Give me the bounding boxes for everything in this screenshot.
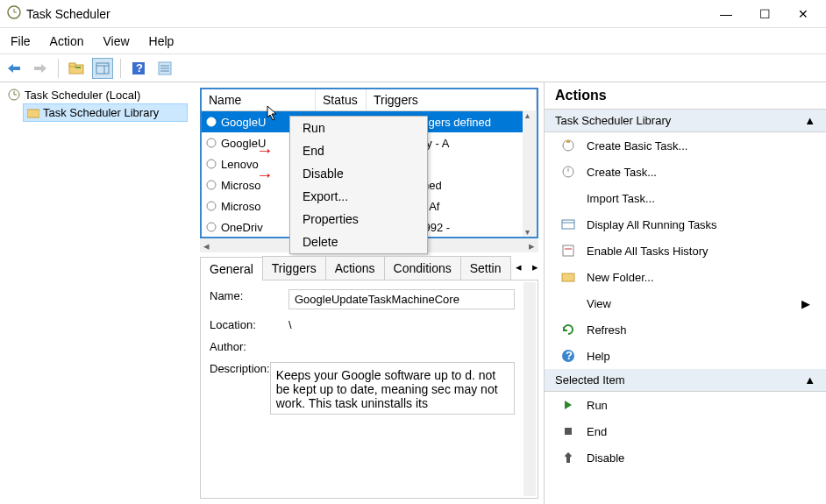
- svg-rect-19: [27, 110, 39, 117]
- svg-rect-7: [96, 63, 109, 74]
- label-location: Location:: [210, 318, 288, 331]
- actions-header: Actions: [545, 82, 826, 110]
- actions-section-library[interactable]: Task Scheduler Library▲: [545, 110, 826, 132]
- submenu-arrow-icon: ▶: [801, 297, 810, 310]
- toolbar-help-icon[interactable]: ?: [128, 58, 149, 79]
- stop-icon: [560, 423, 576, 439]
- tab-scroll-left[interactable]: ◂: [510, 256, 527, 280]
- svg-rect-30: [562, 220, 574, 229]
- context-menu: Run End Disable Export... Properties Del…: [289, 116, 428, 254]
- menu-file[interactable]: File: [11, 34, 31, 48]
- tab-conditions[interactable]: Conditions: [384, 256, 461, 280]
- svg-rect-37: [565, 428, 572, 435]
- tree-pane: Task Scheduler (Local) Task Scheduler Li…: [0, 82, 195, 504]
- tab-actions[interactable]: Actions: [325, 256, 385, 280]
- running-icon: [560, 217, 576, 232]
- tab-general[interactable]: General: [200, 257, 263, 280]
- tree-library[interactable]: Task Scheduler Library: [23, 103, 188, 122]
- collapse-icon: ▲: [804, 114, 815, 127]
- action-import-task[interactable]: Import Task...: [545, 185, 826, 211]
- ctx-delete[interactable]: Delete: [290, 231, 427, 253]
- action-create-basic-task[interactable]: Create Basic Task...: [545, 132, 826, 159]
- app-clock-icon: [7, 5, 21, 22]
- menu-help[interactable]: Help: [149, 34, 174, 48]
- tab-scroll-right[interactable]: ▸: [527, 256, 544, 280]
- ctx-run[interactable]: Run: [290, 117, 427, 139]
- svg-rect-32: [563, 245, 573, 256]
- label-name: Name:: [210, 289, 288, 309]
- toolbar-list-icon[interactable]: [154, 58, 175, 79]
- disable-icon: [560, 450, 576, 465]
- ctx-export[interactable]: Export...: [290, 185, 427, 208]
- col-triggers[interactable]: Triggers: [367, 89, 537, 110]
- forward-button[interactable]: [30, 58, 51, 79]
- toolbar-folder-icon[interactable]: [66, 58, 87, 79]
- list-vscroll[interactable]: [523, 110, 537, 237]
- value-location: \: [288, 318, 292, 331]
- action-enable-history[interactable]: Enable All Tasks History: [545, 238, 826, 264]
- toolbar-pane-icon[interactable]: [92, 58, 113, 79]
- import-icon: [560, 190, 576, 206]
- svg-rect-34: [562, 273, 574, 281]
- action-display-running[interactable]: Display All Running Tasks: [545, 211, 826, 238]
- play-icon: [560, 397, 576, 413]
- details-vscroll[interactable]: [523, 282, 536, 496]
- col-status[interactable]: Status: [316, 89, 367, 110]
- menu-action[interactable]: Action: [50, 34, 84, 48]
- label-author: Author:: [210, 340, 288, 353]
- task-icon: [560, 164, 576, 180]
- refresh-icon: [560, 322, 576, 337]
- action-view[interactable]: View▶: [545, 290, 826, 316]
- ctx-end[interactable]: End: [290, 139, 427, 162]
- close-button[interactable]: ✕: [794, 5, 812, 23]
- wizard-icon: [560, 138, 576, 153]
- back-button[interactable]: [4, 58, 25, 79]
- label-description: Description:: [210, 362, 270, 375]
- svg-rect-6: [69, 63, 75, 67]
- tab-triggers[interactable]: Triggers: [262, 256, 326, 280]
- help-icon: ?: [560, 348, 576, 364]
- svg-text:?: ?: [566, 349, 573, 362]
- svg-point-22: [207, 160, 216, 168]
- col-name[interactable]: Name: [202, 89, 316, 110]
- field-description[interactable]: Keeps your Google software up to d. not …: [270, 362, 515, 415]
- action-refresh[interactable]: Refresh: [545, 316, 826, 343]
- field-name[interactable]: GoogleUpdateTaskMachineCore: [288, 289, 515, 309]
- window-title: Task Scheduler: [26, 7, 717, 21]
- action-create-task[interactable]: Create Task...: [545, 159, 826, 185]
- action-run[interactable]: Run: [545, 392, 826, 418]
- action-help[interactable]: ?Help: [545, 343, 826, 369]
- action-disable[interactable]: Disable: [545, 444, 826, 471]
- collapse-icon: ▲: [804, 373, 815, 387]
- svg-rect-27: [566, 140, 570, 143]
- svg-point-20: [207, 117, 216, 126]
- ctx-disable[interactable]: Disable: [290, 162, 427, 185]
- maximize-button[interactable]: ☐: [756, 5, 773, 23]
- action-new-folder[interactable]: New Folder...: [545, 264, 826, 290]
- folder-icon: [560, 269, 576, 285]
- menu-view[interactable]: View: [103, 34, 129, 48]
- svg-point-23: [207, 181, 216, 189]
- svg-text:?: ?: [136, 61, 143, 75]
- svg-point-21: [207, 138, 216, 147]
- minimize-button[interactable]: —: [717, 5, 735, 23]
- tree-root[interactable]: Task Scheduler (Local): [7, 86, 188, 103]
- history-icon: [560, 243, 576, 259]
- svg-point-25: [207, 223, 216, 231]
- svg-point-24: [207, 202, 216, 210]
- svg-rect-38: [566, 458, 570, 463]
- action-end[interactable]: End: [545, 418, 826, 444]
- actions-section-selected[interactable]: Selected Item▲: [545, 369, 826, 392]
- svg-rect-3: [12, 67, 20, 70]
- svg-rect-4: [34, 67, 42, 70]
- tab-settings[interactable]: Settin: [460, 256, 511, 280]
- ctx-properties[interactable]: Properties: [290, 208, 427, 231]
